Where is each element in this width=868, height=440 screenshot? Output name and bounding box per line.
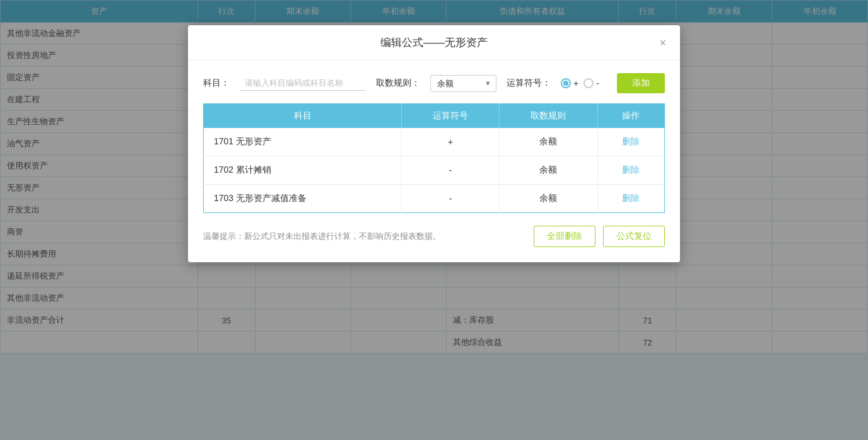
formula-action[interactable]: 删除 [597, 185, 664, 213]
rule-select-wrap: 余额借方发生额贷方发生额借方余额贷方余额 ▼ [430, 75, 496, 92]
reset-button[interactable]: 公式复位 [603, 226, 665, 247]
formula-operator: - [402, 156, 500, 185]
formula-operator: + [402, 128, 500, 156]
th-action: 操作 [597, 104, 664, 129]
radio-minus-circle [584, 78, 594, 88]
subject-input[interactable] [240, 76, 366, 91]
modal-header: 编辑公式——无形资产 × [188, 25, 680, 61]
radio-plus[interactable]: + [561, 78, 578, 88]
formula-row: 1701 无形资产 + 余额 删除 [204, 128, 665, 156]
formula-subject: 1702 累计摊销 [204, 156, 402, 185]
modal-overlay: 编辑公式——无形资产 × 科目： 取数规则： 余额借方发生额贷方发生额借方余额贷… [0, 0, 868, 440]
formula-rule: 余额 [500, 185, 597, 213]
th-operator: 运算符号 [402, 104, 500, 129]
formula-subject: 1701 无形资产 [204, 128, 402, 156]
formula-rule: 余额 [500, 156, 597, 185]
radio-minus[interactable]: - [584, 78, 599, 88]
th-subject: 科目 [204, 104, 402, 129]
modal-footer: 温馨提示：新公式只对未出报表进行计算，不影响历史报表数据。 全部删除 公式复位 [188, 213, 680, 247]
edit-formula-modal: 编辑公式——无形资产 × 科目： 取数规则： 余额借方发生额贷方发生额借方余额贷… [188, 25, 680, 262]
modal-title: 编辑公式——无形资产 [380, 37, 488, 49]
operator-radio-group: + - [561, 78, 599, 88]
delete-button[interactable]: 删除 [622, 193, 640, 204]
formula-rule: 余额 [500, 128, 597, 156]
rule-label: 取数规则： [376, 78, 420, 89]
radio-minus-label: - [596, 78, 599, 88]
formula-action[interactable]: 删除 [597, 156, 664, 185]
footer-buttons: 全部删除 公式复位 [534, 226, 665, 247]
formula-row: 1703 无形资产减值准备 - 余额 删除 [204, 185, 665, 213]
formula-operator: - [402, 185, 500, 213]
formula-table: 科目 运算符号 取数规则 操作 1701 无形资产 + 余额 删除 1702 累… [203, 103, 665, 213]
formula-row: 1702 累计摊销 - 余额 删除 [204, 156, 665, 185]
delete-button[interactable]: 删除 [622, 136, 640, 148]
operator-label: 运算符号： [507, 78, 551, 89]
delete-button[interactable]: 删除 [622, 165, 640, 176]
formula-action[interactable]: 删除 [597, 128, 664, 156]
th-rule: 取数规则 [500, 104, 597, 129]
formula-subject: 1703 无形资产减值准备 [204, 185, 402, 213]
tip-text: 温馨提示：新公式只对未出报表进行计算，不影响历史报表数据。 [203, 231, 441, 242]
delete-all-button[interactable]: 全部删除 [534, 226, 595, 247]
radio-plus-label: + [573, 78, 578, 88]
rule-select[interactable]: 余额借方发生额贷方发生额借方余额贷方余额 [430, 75, 496, 92]
modal-close-button[interactable]: × [655, 36, 670, 50]
formula-form: 科目： 取数规则： 余额借方发生额贷方发生额借方余额贷方余额 ▼ 运算符号： +… [188, 61, 680, 103]
subject-label: 科目： [203, 78, 230, 89]
add-button[interactable]: 添加 [617, 73, 665, 93]
radio-plus-circle [561, 78, 571, 88]
